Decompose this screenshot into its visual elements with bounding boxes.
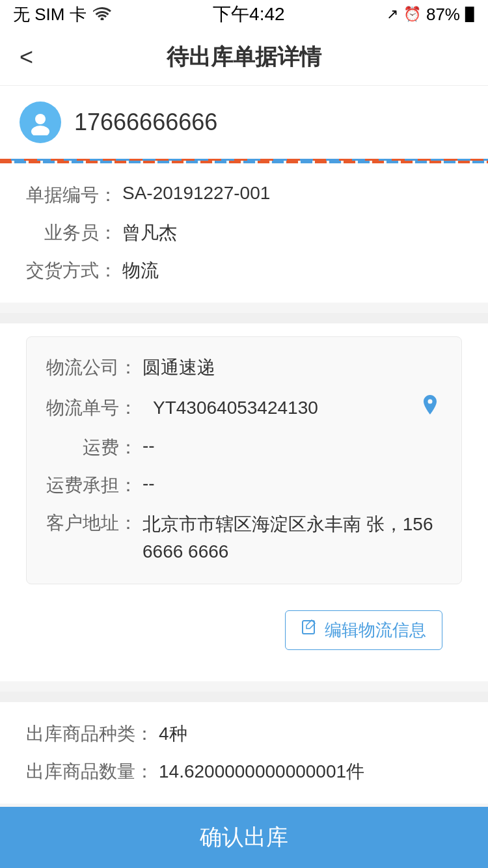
delivery-row: 交货方式： 物流 [26, 258, 462, 283]
goods-quantity-value: 14.6200000000000001件 [154, 759, 462, 784]
order-no-value: SA-20191227-001 [117, 183, 462, 204]
confirm-btn-container[interactable]: 确认出库 [0, 807, 488, 868]
goods-types-label: 出库商品种类： [26, 722, 154, 746]
delivery-label: 交货方式： [26, 258, 117, 283]
tracking-label: 物流单号： [46, 396, 137, 420]
edit-logistics-area: 编辑物流信息 [26, 597, 462, 668]
order-info-section: 单据编号： SA-20191227-001 业务员： 曾凡杰 交货方式： 物流 [0, 163, 488, 303]
company-value: 圆通速递 [137, 355, 442, 380]
freight-row: 运费： -- [46, 435, 442, 460]
tracking-value: YT43064053424130 [148, 398, 408, 418]
status-right: ↗ ⏰ 87% ▉ [386, 5, 475, 25]
nav-bar: < 待出库单据详情 [0, 29, 488, 86]
address-row: 客户地址： 北京市市辖区海淀区永丰南 张，156 6666 6666 [46, 511, 442, 565]
status-bar: 无 SIM 卡 下午4:42 ↗ ⏰ 87% ▉ [0, 0, 488, 29]
staff-label: 业务员： [26, 221, 117, 245]
address-label: 客户地址： [46, 511, 137, 536]
company-row: 物流公司： 圆通速递 [46, 355, 442, 380]
goods-types-value: 4种 [154, 722, 462, 746]
staff-value: 曾凡杰 [117, 221, 462, 245]
battery-text: 87% [426, 5, 460, 25]
company-label: 物流公司： [46, 355, 137, 380]
freight-bear-value: -- [137, 473, 442, 494]
tracking-row: 物流单号： YT43064053424130 [46, 393, 442, 422]
alarm-icon: ⏰ [403, 6, 421, 23]
tracking-location-icon[interactable] [418, 393, 442, 422]
customer-phone: 17666666666 [74, 109, 217, 136]
freight-bear-label: 运费承担： [46, 473, 137, 498]
svg-point-0 [35, 114, 46, 124]
goods-quantity-row: 出库商品数量： 14.6200000000000001件 [26, 759, 462, 784]
confirm-btn-text: 确认出库 [200, 824, 288, 849]
logistics-section: 物流公司： 圆通速递 物流单号： YT43064053424130 运费： --… [0, 323, 488, 681]
delivery-value: 物流 [117, 258, 462, 283]
battery-icon: ▉ [465, 7, 475, 22]
wifi-icon [93, 5, 111, 25]
freight-value: -- [137, 435, 442, 456]
edit-logistics-label: 编辑物流信息 [325, 619, 426, 642]
carrier-text: 无 SIM 卡 [13, 3, 87, 26]
section-divider-2 [0, 692, 488, 702]
page-title: 待出库单据详情 [167, 42, 321, 72]
goods-section: 出库商品种类： 4种 出库商品数量： 14.6200000000000001件 [0, 702, 488, 804]
edit-logistics-button[interactable]: 编辑物流信息 [285, 610, 442, 650]
avatar [20, 102, 61, 143]
status-left: 无 SIM 卡 [13, 3, 111, 26]
customer-header: 17666666666 [0, 86, 488, 161]
goods-types-row: 出库商品种类： 4种 [26, 722, 462, 746]
address-value: 北京市市辖区海淀区永丰南 张，156 6666 6666 [137, 511, 442, 565]
staff-row: 业务员： 曾凡杰 [26, 221, 462, 245]
edit-icon [301, 619, 318, 641]
svg-point-1 [31, 126, 49, 135]
freight-bear-row: 运费承担： -- [46, 473, 442, 498]
location-status-icon: ↗ [386, 6, 398, 23]
freight-label: 运费： [46, 435, 137, 460]
order-no-row: 单据编号： SA-20191227-001 [26, 183, 462, 208]
goods-quantity-label: 出库商品数量： [26, 759, 154, 784]
back-button[interactable]: < [20, 44, 52, 71]
status-time: 下午4:42 [213, 2, 285, 27]
order-no-label: 单据编号： [26, 183, 117, 208]
section-divider-1 [0, 313, 488, 323]
